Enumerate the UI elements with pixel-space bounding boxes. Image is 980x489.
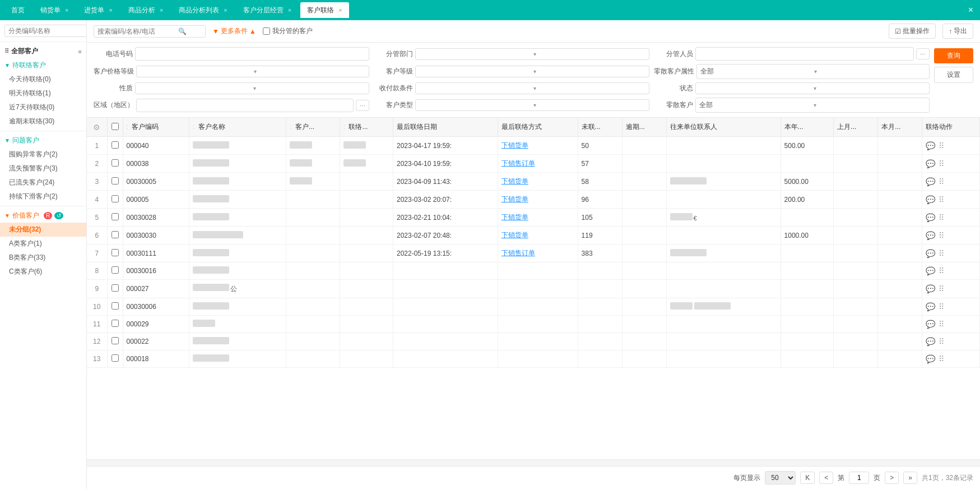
th-this-month[interactable]: 本月... (878, 118, 922, 137)
main-search-input[interactable] (97, 27, 176, 35)
person-input[interactable] (695, 47, 914, 61)
sidebar-item-unclassified[interactable]: 未分组(32) (0, 223, 86, 237)
more-action-icon[interactable]: ⠿ (939, 159, 944, 168)
tab-home[interactable]: 首页 (4, 2, 31, 18)
gear-icon[interactable]: ⚙ (93, 123, 100, 132)
retail-attr-select[interactable]: 全部 ▾ (696, 64, 930, 79)
sidebar-item-churn-risk[interactable]: 流失预警客户(3) (0, 162, 86, 176)
more-action-icon[interactable]: ⠿ (939, 320, 944, 329)
prev-page-button[interactable]: < (819, 472, 833, 484)
person-more-button[interactable]: ··· (916, 48, 930, 59)
chat-icon[interactable]: 💬 (926, 249, 935, 258)
row-checkbox[interactable] (112, 195, 119, 202)
row-check[interactable] (107, 209, 123, 227)
row-checkbox[interactable] (112, 159, 119, 167)
row-check[interactable] (107, 137, 123, 155)
sidebar-item-week[interactable]: 近7天待联络(0) (0, 100, 86, 114)
chat-icon[interactable]: 💬 (926, 320, 935, 329)
batch-op-button[interactable]: ☑ 批量操作 (889, 24, 936, 39)
row-checkbox[interactable] (112, 141, 119, 149)
value-refresh-icon[interactable]: ↺ (54, 212, 63, 219)
chat-icon[interactable]: 💬 (926, 141, 935, 150)
row-check[interactable] (107, 350, 123, 368)
tab-purchase[interactable]: 进货单 × (77, 2, 119, 18)
row-checkbox[interactable] (112, 284, 119, 292)
export-button[interactable]: ↑ 导出 (942, 24, 973, 39)
chat-icon[interactable]: 💬 (926, 159, 935, 168)
th-type[interactable]: : 客户... (286, 118, 340, 137)
sidebar-item-tomorrow[interactable]: 明天待联络(1) (0, 86, 86, 100)
more-action-icon[interactable]: ⠿ (939, 195, 944, 204)
more-action-icon[interactable]: ⠿ (939, 231, 944, 240)
sidebar-group-pending[interactable]: ▼ 待联络客户 (0, 58, 86, 72)
th-last-method[interactable]: 最后联络方式 (498, 118, 578, 137)
last-method-link[interactable]: 下销货单 (501, 195, 528, 203)
chat-icon[interactable]: 💬 (926, 284, 935, 293)
status-select[interactable]: ▾ (695, 82, 930, 94)
last-method-link[interactable]: 下销货单 (501, 141, 528, 149)
row-checkbox[interactable] (112, 337, 119, 344)
retail2-select[interactable]: 全部 ▾ (695, 98, 930, 113)
first-page-button[interactable]: K (800, 472, 815, 484)
close-analysis-tab[interactable]: × (160, 7, 163, 13)
more-action-icon[interactable]: ⠿ (939, 284, 944, 293)
row-checkbox[interactable] (112, 320, 119, 327)
chat-icon[interactable]: 💬 (926, 231, 935, 240)
th-overdue[interactable]: 逾期... (622, 118, 666, 137)
query-button[interactable]: 查询 (934, 48, 973, 63)
row-check[interactable] (107, 316, 123, 333)
th-this-year[interactable]: 本年... (781, 118, 834, 137)
th-not-contact[interactable]: 未联... (578, 118, 622, 137)
price-level-select[interactable]: ▾ (136, 66, 369, 77)
row-checkbox[interactable] (112, 302, 119, 310)
sidebar-item-classA[interactable]: A类客户(1) (0, 237, 86, 251)
last-page-button[interactable]: » (903, 472, 917, 484)
row-checkbox[interactable] (112, 213, 119, 220)
last-method-link[interactable]: 下销售订单 (501, 249, 535, 257)
sidebar-item-today[interactable]: 今天待联络(0) (0, 72, 86, 86)
close-analysis-list-tab[interactable]: × (224, 7, 227, 13)
last-method-link[interactable]: 下销售订单 (501, 159, 535, 167)
chat-icon[interactable]: 💬 (926, 354, 935, 363)
row-check[interactable] (107, 262, 123, 280)
chat-icon[interactable]: 💬 (926, 302, 935, 311)
sidebar-item-classC[interactable]: C类客户(6) (0, 265, 86, 279)
row-checkbox[interactable] (112, 354, 119, 362)
window-close-button[interactable]: × (966, 3, 976, 17)
row-checkbox[interactable] (112, 177, 119, 184)
main-search-icon[interactable]: 🔍 (178, 27, 187, 35)
sidebar-item-declining[interactable]: 持续下滑客户(2) (0, 190, 86, 204)
tab-customer-seg[interactable]: 客户分层经营 × (236, 2, 298, 18)
more-action-icon[interactable]: ⠿ (939, 354, 944, 363)
close-customer-seg-tab[interactable]: × (288, 7, 291, 13)
last-method-link[interactable]: 下销货单 (501, 213, 528, 221)
row-check[interactable] (107, 173, 123, 191)
sidebar-item-overdue[interactable]: 逾期未联络(30) (0, 114, 86, 128)
more-action-icon[interactable]: ⠿ (939, 141, 944, 150)
row-checkbox[interactable] (112, 266, 119, 274)
row-check[interactable] (107, 280, 123, 298)
chat-icon[interactable]: 💬 (926, 213, 935, 222)
th-contact[interactable]: : 联络... (340, 118, 393, 137)
more-action-icon[interactable]: ⠿ (939, 177, 944, 186)
last-method-link[interactable]: 下销货单 (501, 177, 528, 185)
sidebar-collapse-button[interactable]: « (78, 48, 82, 56)
reset-button[interactable]: 设置 (934, 67, 973, 83)
next-page-button[interactable]: > (885, 472, 899, 484)
more-action-icon[interactable]: ⠿ (939, 213, 944, 222)
nature-select[interactable]: ▾ (135, 82, 369, 94)
region-more-button[interactable]: ··· (356, 100, 369, 111)
row-checkbox[interactable] (112, 231, 119, 238)
payment-select[interactable]: ▾ (415, 82, 649, 94)
page-number-input[interactable] (849, 472, 869, 484)
chat-icon[interactable]: 💬 (926, 195, 935, 204)
more-action-icon[interactable]: ⠿ (939, 266, 944, 275)
tab-customer-contact[interactable]: 客户联络 × (300, 2, 349, 18)
my-customer-checkbox[interactable] (263, 27, 270, 35)
more-action-icon[interactable]: ⠿ (939, 337, 944, 346)
sidebar-item-lost[interactable]: 已流失客户(24) (0, 176, 86, 190)
th-biz-contact[interactable]: 往来单位联系人 (666, 118, 781, 137)
th-name[interactable]: : 客户名称 (189, 118, 286, 137)
tab-sales[interactable]: 销货单 × (34, 2, 75, 18)
more-action-icon[interactable]: ⠿ (939, 249, 944, 258)
